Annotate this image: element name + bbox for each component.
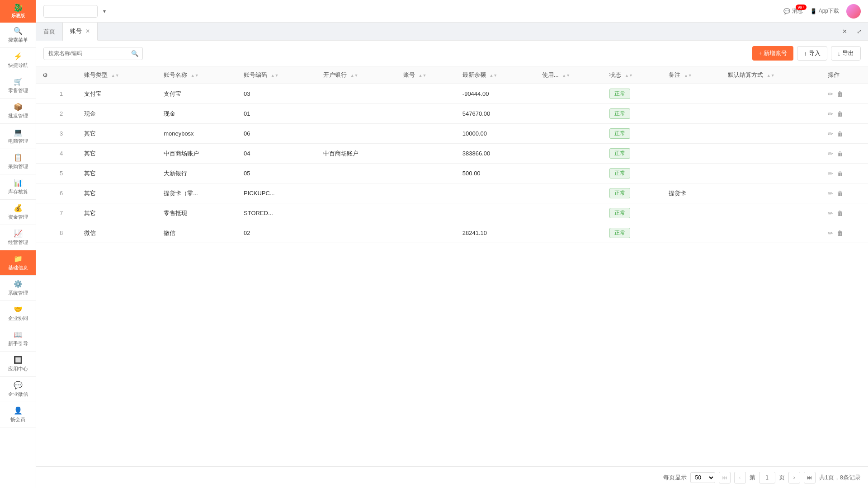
delete-btn[interactable]: 🗑 bbox=[837, 210, 843, 217]
sidebar-item-enterprise-wechat[interactable]: 💬 企业微信 bbox=[0, 377, 36, 402]
sidebar-item-purchase-mgmt[interactable]: 📋 采购管理 bbox=[0, 149, 36, 174]
wholesale-mgmt-icon: 📦 bbox=[14, 103, 23, 111]
export-button[interactable]: ↓ 导出 bbox=[831, 46, 861, 61]
th-account-code[interactable]: 账号编码 ▲▼ bbox=[238, 66, 318, 84]
th-account-name[interactable]: 账号名称 ▲▼ bbox=[158, 66, 238, 84]
notification-btn[interactable]: 💬 99+ 消息 bbox=[783, 7, 803, 15]
table-row: 1 支付宝 支付宝 03 -90444.00 正常 ✏ 🗑 bbox=[36, 84, 868, 104]
last-page-btn[interactable]: ⏭ bbox=[804, 472, 816, 483]
sidebar-item-search-menu[interactable]: 🔍 搜索菜单 bbox=[0, 23, 36, 48]
avatar[interactable] bbox=[846, 4, 861, 19]
sidebar-item-basic-info[interactable]: 📁 基础信息 bbox=[0, 250, 36, 276]
table-container: ⚙ 账号类型 ▲▼ 账号名称 ▲▼ 账号编码 ▲▼ 开户银行 ▲▼ 账号 ▲▼ … bbox=[36, 66, 868, 466]
sidebar-item-system-mgmt[interactable]: ⚙️ 系统管理 bbox=[0, 276, 36, 301]
add-account-button[interactable]: + 新增账号 bbox=[752, 46, 793, 61]
row-balance: 383866.00 bbox=[457, 144, 537, 164]
sidebar-item-quick-nav[interactable]: ⚡ 快捷导航 bbox=[0, 48, 36, 73]
edit-btn[interactable]: ✏ bbox=[828, 150, 833, 157]
header-dropdown[interactable]: ▾ bbox=[103, 8, 106, 14]
tab-expand-btn[interactable]: ⤢ bbox=[854, 26, 864, 37]
sidebar-item-wholesale-mgmt[interactable]: 📦 批发管理 bbox=[0, 99, 36, 124]
edit-btn[interactable]: ✏ bbox=[828, 170, 833, 177]
first-page-btn[interactable]: ⏮ bbox=[719, 472, 731, 483]
delete-btn[interactable]: 🗑 bbox=[837, 230, 843, 237]
delete-btn[interactable]: 🗑 bbox=[837, 170, 843, 177]
retail-mgmt-label: 零售管理 bbox=[8, 87, 28, 94]
sidebar-item-member[interactable]: 👤 畅会员 bbox=[0, 402, 36, 427]
row-account bbox=[398, 124, 457, 144]
purchase-mgmt-icon: 📋 bbox=[14, 153, 23, 162]
edit-btn[interactable]: ✏ bbox=[828, 110, 833, 117]
row-index: 6 bbox=[54, 183, 79, 203]
row-actions: ✏ 🗑 bbox=[822, 183, 868, 203]
sidebar-item-enterprise-agreement[interactable]: 🤝 企业协同 bbox=[0, 301, 36, 326]
row-usage bbox=[537, 104, 604, 124]
row-account-type: 其它 bbox=[79, 164, 158, 183]
action-btns: ✏ 🗑 bbox=[828, 190, 863, 197]
row-status: 正常 bbox=[604, 144, 663, 164]
action-btns: ✏ 🗑 bbox=[828, 230, 863, 237]
wholesale-mgmt-label: 批发管理 bbox=[8, 113, 28, 119]
import-button[interactable]: ↑ 导入 bbox=[797, 46, 827, 61]
th-default-settlement[interactable]: 默认结算方式 ▲▼ bbox=[722, 66, 822, 84]
next-page-btn[interactable]: › bbox=[788, 472, 800, 483]
edit-btn[interactable]: ✏ bbox=[828, 90, 833, 98]
row-settings bbox=[36, 164, 54, 183]
search-button[interactable]: 🔍 bbox=[127, 47, 142, 60]
row-default-settlement bbox=[722, 223, 822, 243]
quick-nav-icon: ⚡ bbox=[14, 52, 23, 61]
sidebar-item-finance-mgmt[interactable]: 💰 资金管理 bbox=[0, 200, 36, 225]
row-notes bbox=[663, 124, 722, 144]
th-account[interactable]: 账号 ▲▼ bbox=[398, 66, 457, 84]
tab-home[interactable]: 首页 bbox=[36, 23, 63, 41]
delete-btn[interactable]: 🗑 bbox=[837, 90, 843, 98]
page-input[interactable] bbox=[759, 472, 775, 483]
tab-close-account[interactable]: ✕ bbox=[85, 28, 90, 34]
export-icon: ↓ bbox=[838, 50, 841, 57]
edit-btn[interactable]: ✏ bbox=[828, 230, 833, 237]
row-account-type: 支付宝 bbox=[79, 84, 158, 104]
app-download-label: App下载 bbox=[819, 7, 839, 15]
app-download-btn[interactable]: 📱 App下载 bbox=[810, 7, 839, 15]
tab-close-btn[interactable]: ✕ bbox=[839, 26, 850, 37]
status-badge: 正常 bbox=[609, 228, 630, 238]
edit-btn[interactable]: ✏ bbox=[828, 130, 833, 137]
table-row: 3 其它 moneybosx 06 10000.00 正常 ✏ 🗑 bbox=[36, 124, 868, 144]
row-balance bbox=[457, 183, 537, 203]
th-bank[interactable]: 开户银行 ▲▼ bbox=[318, 66, 398, 84]
th-account-type[interactable]: 账号类型 ▲▼ bbox=[79, 66, 158, 84]
th-settings[interactable]: ⚙ bbox=[36, 66, 54, 84]
row-index: 7 bbox=[54, 203, 79, 223]
operations-mgmt-label: 经营管理 bbox=[8, 239, 28, 246]
sidebar-item-ecommerce-mgmt[interactable]: 💻 电商管理 bbox=[0, 124, 36, 149]
prev-page-btn[interactable]: ‹ bbox=[734, 472, 746, 483]
total-label: 共1页，8条记录 bbox=[819, 474, 861, 482]
th-usage[interactable]: 使用... ▲▼ bbox=[537, 66, 604, 84]
delete-btn[interactable]: 🗑 bbox=[837, 110, 843, 117]
tab-account[interactable]: 账号✕ bbox=[63, 23, 98, 41]
ecommerce-mgmt-label: 电商管理 bbox=[8, 138, 28, 145]
sidebar-item-inventory[interactable]: 📊 库存核算 bbox=[0, 174, 36, 200]
delete-btn[interactable]: 🗑 bbox=[837, 130, 843, 137]
search-input[interactable] bbox=[44, 47, 127, 59]
per-page-select[interactable]: 50 20 100 bbox=[690, 472, 715, 483]
sidebar-item-retail-mgmt[interactable]: 🛒 零售管理 bbox=[0, 73, 36, 99]
row-account-type: 现金 bbox=[79, 104, 158, 124]
edit-btn[interactable]: ✏ bbox=[828, 190, 833, 197]
delete-btn[interactable]: 🗑 bbox=[837, 150, 843, 157]
status-badge: 正常 bbox=[609, 188, 630, 198]
inventory-label: 库存核算 bbox=[8, 188, 28, 195]
delete-btn[interactable]: 🗑 bbox=[837, 190, 843, 197]
bell-icon: 💬 bbox=[783, 8, 790, 14]
th-balance[interactable]: 最新余额 ▲▼ bbox=[457, 66, 537, 84]
sidebar-item-new-guide[interactable]: 📖 新手引导 bbox=[0, 326, 36, 352]
header-search-input[interactable] bbox=[43, 5, 98, 18]
th-notes[interactable]: 备注 ▲▼ bbox=[663, 66, 722, 84]
app-logo: 🐉 乐惠版 bbox=[0, 0, 36, 23]
quick-nav-label: 快捷导航 bbox=[8, 62, 28, 69]
row-account-name: 支付宝 bbox=[158, 84, 238, 104]
th-status[interactable]: 状态 ▲▼ bbox=[604, 66, 663, 84]
sidebar-item-operations-mgmt[interactable]: 📈 经营管理 bbox=[0, 225, 36, 250]
edit-btn[interactable]: ✏ bbox=[828, 210, 833, 217]
sidebar-item-app-center[interactable]: 🔲 应用中心 bbox=[0, 352, 36, 377]
